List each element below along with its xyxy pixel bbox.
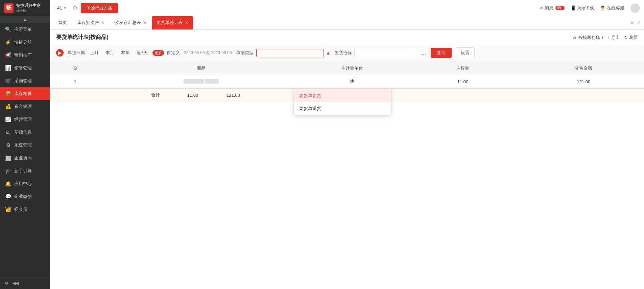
sidebar-item-icon-inventory: 📦 bbox=[5, 91, 11, 97]
tab-close-all-icon[interactable]: ✕ bbox=[630, 20, 634, 26]
date-more-badge[interactable]: 更多 bbox=[152, 50, 164, 56]
user-avatar[interactable] bbox=[630, 3, 640, 13]
sidebar-item-sales[interactable]: 📊销售管理 bbox=[0, 62, 50, 74]
messages-btn[interactable]: ✉ 消息 99+ bbox=[540, 5, 565, 11]
th-gear[interactable]: ⚙ bbox=[50, 62, 100, 75]
tab-collection-summary[interactable]: 收发存汇总表✕ bbox=[110, 16, 151, 29]
filter-type-group: 单据类型 ▲ bbox=[236, 49, 331, 57]
sidebar-item-basic-info[interactable]: 🗂基础信息 bbox=[0, 126, 50, 139]
type-select-input[interactable] bbox=[256, 49, 324, 57]
sidebar-item-icon-guide: 🎓 bbox=[5, 168, 11, 174]
th-amount: 零售金额 bbox=[523, 62, 644, 75]
page-title: 要货单统计表(按商品) bbox=[56, 34, 109, 41]
sidebar-collapse-icon[interactable]: ◀◀ bbox=[13, 281, 19, 286]
sidebar-scroll-up[interactable]: ▲ bbox=[0, 16, 50, 23]
table-body: 1 块 11.00 121.00 bbox=[50, 75, 644, 88]
date-this-year-btn[interactable]: 本年 bbox=[119, 49, 132, 57]
sidebar-item-search[interactable]: 🔍搜索菜单 bbox=[0, 23, 50, 36]
sidebar-item-icon-quick-nav: ⚡ bbox=[5, 39, 11, 45]
tabs-controls: ✕ ⤢ bbox=[630, 16, 641, 29]
table-wrapper: ⚙ 商品 主计量单位 主数量 零售金额 1 块 11.00 121.00 bbox=[50, 62, 644, 88]
sidebar-item-enterprise[interactable]: 🏢企业协同 bbox=[0, 152, 50, 164]
app-download-icon: 📱 bbox=[571, 5, 576, 10]
sidebar-item-finance[interactable]: 💰资金管理 bbox=[0, 100, 50, 113]
sidebar-logo: 畅 畅捷通好生意 标准版 bbox=[0, 0, 50, 16]
sidebar-item-weixin[interactable]: 💬企业微信 bbox=[0, 190, 50, 203]
topbar: 41 ▾ ⚙ 体验行业方案 ✉ 消息 99+ 📱 App下载 👨‍💼 在线客服 bbox=[50, 0, 644, 16]
sidebar-item-label-weixin: 企业微信 bbox=[14, 194, 45, 200]
tab-stock-batch[interactable]: 库存批次账✕ bbox=[72, 16, 109, 29]
warehouse-filter-input[interactable] bbox=[354, 49, 417, 57]
sidebar-item-guide[interactable]: 🎓新手引导 bbox=[0, 164, 50, 177]
tab-label-stock-batch: 库存批次账 bbox=[77, 20, 99, 26]
sidebar-item-operations[interactable]: 📈经营管理 bbox=[0, 113, 50, 126]
print-action[interactable]: 🖨 按模板打印 ▾ bbox=[573, 35, 604, 41]
tabs-container: 首页库存批次账✕收发存汇总表✕要货单统计表✕ bbox=[53, 16, 193, 29]
date-last-month-btn[interactable]: 上月 bbox=[88, 49, 101, 57]
sidebar-item-purchase[interactable]: 🛒采购管理 bbox=[0, 74, 50, 87]
print-icon: 🖨 bbox=[573, 35, 577, 40]
date-custom-btn[interactable]: 自定义 bbox=[167, 50, 180, 56]
sidebar-item-quick-nav[interactable]: ⚡快捷导航 bbox=[0, 36, 50, 49]
type-select-caret-icon[interactable]: ▲ bbox=[326, 50, 331, 55]
filter-expand-button[interactable]: ▶ bbox=[56, 49, 64, 57]
export-action[interactable]: ↑ 导出 bbox=[608, 35, 620, 41]
main-area: 41 ▾ ⚙ 体验行业方案 ✉ 消息 99+ 📱 App下载 👨‍💼 在线客服 bbox=[50, 0, 644, 289]
sidebar-item-member[interactable]: 👑畅会员 bbox=[0, 203, 50, 216]
cell-index-0: 1 bbox=[50, 75, 100, 88]
sidebar-item-label-inventory: 库存核算 bbox=[14, 91, 45, 97]
cell-unit-0: 块 bbox=[302, 75, 402, 88]
app-download-label: App下载 bbox=[577, 5, 594, 11]
settings-button[interactable]: 设置 bbox=[456, 47, 475, 58]
date-this-month-btn[interactable]: 本月 bbox=[103, 49, 116, 57]
cell-amount-0: 121.00 bbox=[523, 75, 644, 88]
topbar-gear-icon[interactable]: ⚙ bbox=[73, 5, 77, 11]
date-last-7days-btn[interactable]: 近7天 bbox=[135, 49, 150, 57]
sidebar-item-label-guide: 新手引导 bbox=[14, 168, 45, 174]
sidebar-item-label-search: 搜索菜单 bbox=[14, 26, 45, 32]
sidebar-item-label-sales: 销售管理 bbox=[14, 65, 45, 71]
trial-button[interactable]: 体验行业方案 bbox=[81, 3, 118, 13]
sidebar-item-icon-enterprise: 🏢 bbox=[5, 155, 11, 161]
messages-icon: ✉ bbox=[540, 5, 543, 10]
sidebar-item-icon-marketing: 📢 bbox=[5, 52, 11, 58]
tab-close-requisition-stats[interactable]: ✕ bbox=[185, 20, 188, 25]
filter-date-group: 单据日期 上月 本月 本年 近7天 更多 自定义 bbox=[68, 49, 180, 57]
sidebar-item-system[interactable]: ⚙系统管理 bbox=[0, 139, 50, 152]
dropdown-item-tuihuo[interactable]: 要货单退货 bbox=[294, 102, 391, 115]
sidebar-item-icon-finance: 💰 bbox=[5, 104, 11, 110]
query-button[interactable]: 查询 bbox=[431, 48, 452, 58]
sidebar-item-label-operations: 经营管理 bbox=[14, 116, 45, 123]
app-download-btn[interactable]: 📱 App下载 bbox=[571, 5, 594, 11]
sidebar-item-icon-member: 👑 bbox=[5, 206, 11, 213]
refresh-action[interactable]: ↻ 刷新 bbox=[624, 35, 638, 41]
sidebar-item-label-purchase: 采购管理 bbox=[14, 78, 45, 84]
sidebar-item-app-center[interactable]: 🔔应用中心 bbox=[0, 177, 50, 190]
filter-more-icon[interactable]: … bbox=[421, 49, 427, 57]
tab-label-home: 首页 bbox=[58, 20, 67, 26]
sidebar: 畅 畅捷通好生意 标准版 ▲ 🔍搜索菜单⚡快捷导航📢营销推广📊销售管理🛒采购管理… bbox=[0, 0, 50, 289]
footer-amount: 121.00 bbox=[213, 93, 254, 98]
cell-qty-0: 11.00 bbox=[402, 75, 523, 88]
page-actions: 🖨 按模板打印 ▾ ↑ 导出 ↻ 刷新 bbox=[573, 35, 638, 41]
sidebar-item-label-basic-info: 基础信息 bbox=[14, 129, 45, 135]
online-service-btn[interactable]: 👨‍💼 在线客服 bbox=[600, 5, 624, 11]
type-dropdown: 要货单要货 要货单退货 bbox=[293, 89, 391, 115]
gear-settings-icon[interactable]: ⚙ bbox=[73, 65, 77, 71]
sidebar-item-marketing[interactable]: 📢营销推广 bbox=[0, 49, 50, 62]
sidebar-item-inventory[interactable]: 📦库存核算 bbox=[0, 87, 50, 100]
tab-maximize-icon[interactable]: ⤢ bbox=[636, 20, 641, 26]
tab-home[interactable]: 首页 bbox=[53, 16, 72, 29]
tab-requisition-stats[interactable]: 要货单统计表✕ bbox=[152, 16, 193, 29]
sidebar-item-icon-purchase: 🛒 bbox=[5, 78, 11, 84]
company-selector-chevron: ▾ bbox=[64, 5, 66, 10]
sidebar-item-icon-weixin: 💬 bbox=[5, 194, 11, 200]
tab-close-stock-batch[interactable]: ✕ bbox=[101, 20, 104, 25]
tab-label-collection-summary: 收发存汇总表 bbox=[115, 20, 141, 26]
tab-close-collection-summary[interactable]: ✕ bbox=[143, 20, 146, 25]
filter-bar: ▶ 单据日期 上月 本月 本年 近7天 更多 自定义 2023-05-06 至 … bbox=[50, 44, 644, 62]
sidebar-settings-icon[interactable]: ⚙ bbox=[5, 281, 8, 286]
sidebar-item-icon-system: ⚙ bbox=[5, 142, 11, 148]
company-selector[interactable]: 41 ▾ bbox=[54, 4, 69, 12]
dropdown-item-yaohuo[interactable]: 要货单要货 bbox=[294, 89, 391, 102]
